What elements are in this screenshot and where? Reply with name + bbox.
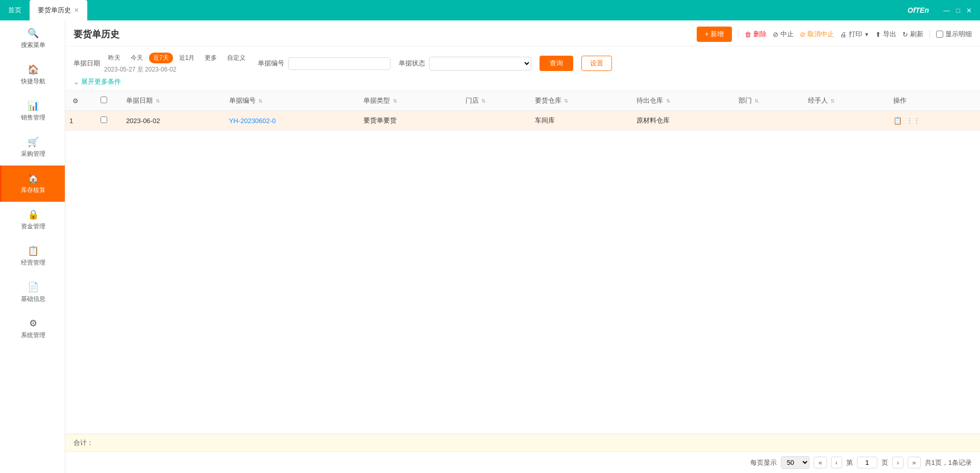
date-filter-label: 单据日期 xyxy=(74,59,100,68)
tab-home-label: 首页 xyxy=(8,6,21,15)
col-store-sort[interactable]: ⇅ xyxy=(481,98,485,104)
filter-row-1: 单据日期 昨天 今天 近7天 近1月 更多 自定义 2023-05-27 至 2… xyxy=(74,53,972,74)
col-bill-type: 单据类型 ⇅ xyxy=(359,91,461,111)
date-btn-yesterday[interactable]: 昨天 xyxy=(104,53,125,63)
page-size-select[interactable]: 10 20 50 100 xyxy=(781,456,810,469)
col-date-sort[interactable]: ⇅ xyxy=(156,98,160,104)
date-btn-group: 昨天 今天 近7天 近1月 更多 自定义 2023-05-27 至 2023-0… xyxy=(104,53,250,74)
sidebar-item-finance-label: 资金管理 xyxy=(21,222,45,231)
purchase-icon: 🛒 xyxy=(28,136,39,148)
show-detail-label-text: 显示明细 xyxy=(945,30,972,39)
bill-no-input[interactable] xyxy=(288,57,390,70)
maximize-icon[interactable]: □ xyxy=(956,7,960,14)
row-bill-no-link[interactable]: YH-20230602-0 xyxy=(229,117,276,125)
status-filter-group: 单据状态 xyxy=(399,57,531,70)
date-filter-group: 单据日期 昨天 今天 近7天 近1月 更多 自定义 2023-05-27 至 2… xyxy=(74,53,250,74)
row-index: 1 xyxy=(65,111,86,131)
col-department-sort[interactable]: ⇅ xyxy=(754,98,758,104)
prev-page-btn[interactable]: ‹ xyxy=(831,457,842,468)
col-bill-no-sort[interactable]: ⇅ xyxy=(258,98,262,104)
tab-close-icon[interactable]: ✕ xyxy=(74,7,79,14)
row-checkbox[interactable] xyxy=(101,116,107,123)
page-label: 页 xyxy=(881,458,888,467)
current-page-input[interactable] xyxy=(857,457,877,468)
row-date-value: 2023-06-02 xyxy=(126,117,160,125)
cancel-stop-button[interactable]: ⊘ 取消中止 xyxy=(800,30,834,39)
sidebar-item-sales-mgmt[interactable]: 📊 销售管理 xyxy=(0,93,65,129)
ops-icon: 📋 xyxy=(28,245,39,256)
select-all-checkbox[interactable] xyxy=(101,97,107,103)
row-checkbox-cell[interactable] xyxy=(86,111,122,131)
sidebar-item-ops-mgmt[interactable]: 📋 经营管理 xyxy=(0,238,65,274)
col-bill-type-sort[interactable]: ⇅ xyxy=(393,98,397,104)
status-label: 单据状态 xyxy=(399,59,425,68)
col-store-label: 门店 xyxy=(465,97,479,104)
sidebar-item-basic-info[interactable]: 📄 基础信息 xyxy=(0,274,65,311)
page-label-before: 第 xyxy=(846,458,853,467)
sidebar-item-quick-nav-label: 快捷导航 xyxy=(21,77,45,86)
expand-label: 展开更多条件 xyxy=(81,77,121,86)
search-button[interactable]: 查询 xyxy=(540,56,573,71)
export-button[interactable]: ⬆ 导出 xyxy=(875,30,896,39)
settings-button[interactable]: 设置 xyxy=(581,56,612,71)
sidebar-item-finance-mgmt[interactable]: 🔒 资金管理 xyxy=(0,202,65,238)
first-page-btn[interactable]: « xyxy=(814,457,826,468)
window-controls: — □ ✕ xyxy=(943,7,972,14)
next-page-btn[interactable]: › xyxy=(892,457,903,468)
status-select[interactable] xyxy=(429,57,531,70)
tab-order-history[interactable]: 要货单历史 ✕ xyxy=(30,0,87,20)
row-req-warehouse-cell: 车间库 xyxy=(531,111,633,131)
date-btn-custom[interactable]: 自定义 xyxy=(223,53,250,63)
col-checkbox-header[interactable] xyxy=(86,91,122,111)
print-button[interactable]: 🖨 打印 ▼ xyxy=(840,30,869,39)
tab-order-history-label: 要货单历史 xyxy=(38,6,71,15)
row-department-cell xyxy=(734,111,804,131)
refresh-button[interactable]: ↻ 刷新 xyxy=(902,30,923,39)
cancel-stop-label: 取消中止 xyxy=(807,30,834,39)
date-btn-today[interactable]: 今天 xyxy=(127,53,147,63)
row-bill-no-cell[interactable]: YH-20230602-0 xyxy=(225,111,360,131)
row-handler-cell xyxy=(804,111,890,131)
date-buttons: 昨天 今天 近7天 近1月 更多 自定义 xyxy=(104,53,250,63)
toolbar: + 新增 🗑 删除 ⊘ 中止 ⊘ 取消中止 🖨 打印 ▼ xyxy=(697,27,972,42)
minimize-icon[interactable]: — xyxy=(943,7,950,14)
col-req-warehouse-sort[interactable]: ⇅ xyxy=(564,98,568,104)
sidebar-item-inventory[interactable]: 🏠 库存核算 xyxy=(0,165,65,202)
date-btn-more[interactable]: 更多 xyxy=(201,53,221,63)
col-settings[interactable]: ⚙ xyxy=(65,91,86,111)
expand-icon: ⌄ xyxy=(74,78,79,86)
date-btn-7days[interactable]: 近7天 xyxy=(149,53,173,63)
date-btn-1month[interactable]: 近1月 xyxy=(175,53,199,63)
inventory-icon: 🏠 xyxy=(28,173,39,184)
export-label: 导出 xyxy=(883,30,896,39)
sales-icon: 📊 xyxy=(28,100,39,111)
row-index-value: 1 xyxy=(69,117,73,125)
sidebar-item-system-mgmt[interactable]: ⚙ 系统管理 xyxy=(0,311,65,347)
row-edit-icon[interactable]: 📋 xyxy=(893,116,902,125)
refresh-label: 刷新 xyxy=(910,30,923,39)
page-title: 要货单历史 xyxy=(74,28,119,40)
row-more-icon[interactable]: ⋮⋮ xyxy=(906,116,920,125)
sidebar-item-quick-nav[interactable]: 🏠 快捷导航 xyxy=(0,57,65,93)
last-page-btn[interactable]: » xyxy=(908,457,920,468)
col-department-label: 部门 xyxy=(739,97,752,104)
sidebar-item-purchase-mgmt[interactable]: 🛒 采购管理 xyxy=(0,129,65,165)
orders-table: ⚙ 单据日期 ⇅ 单据编号 ⇅ xyxy=(65,91,980,131)
page-size-label: 每页显示 xyxy=(750,458,777,467)
stop-button[interactable]: ⊘ 中止 xyxy=(773,30,794,39)
close-window-icon[interactable]: ✕ xyxy=(966,7,972,14)
row-operation-cell[interactable]: 📋 ⋮⋮ xyxy=(889,111,980,131)
show-detail-checkbox[interactable] xyxy=(936,31,943,38)
expand-more-btn[interactable]: ⌄ 展开更多条件 xyxy=(74,77,972,86)
show-detail-toggle[interactable]: 显示明细 xyxy=(936,30,972,39)
tab-home[interactable]: 首页 xyxy=(0,0,30,20)
search-menu-icon: 🔍 xyxy=(28,28,39,39)
col-pending-warehouse-sort[interactable]: ⇅ xyxy=(666,98,670,104)
sidebar-item-search-menu[interactable]: 🔍 搜索菜单 xyxy=(0,20,65,57)
delete-button[interactable]: 🗑 删除 xyxy=(745,30,767,39)
new-button[interactable]: + 新增 xyxy=(697,27,732,42)
header-row: ⚙ 单据日期 ⇅ 单据编号 ⇅ xyxy=(65,91,980,111)
print-label: 打印 xyxy=(849,30,862,39)
col-handler-sort[interactable]: ⇅ xyxy=(830,98,835,104)
sidebar-item-ops-label: 经营管理 xyxy=(21,258,45,267)
